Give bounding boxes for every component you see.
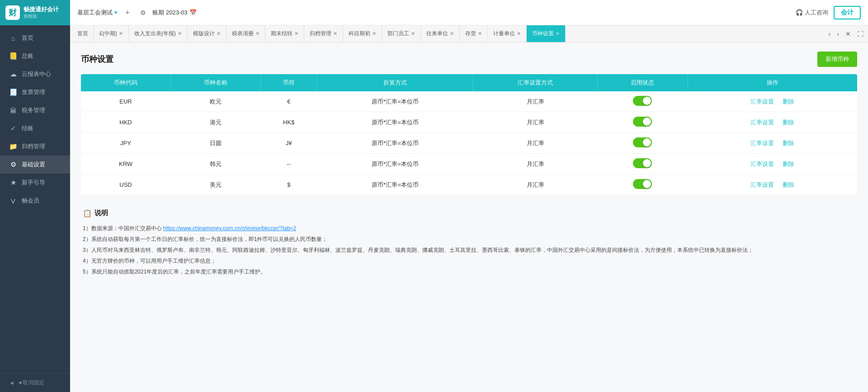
tab-close-icon[interactable]: ✕ [178,31,182,37]
currency-code: USD [81,175,170,195]
table-header-cell: 币符 [261,74,317,91]
tab-template[interactable]: 模版设计 ✕ [188,25,226,43]
tab-close-all-button[interactable]: ✕ [843,29,854,38]
sidebar-footer-label: ◄取消固定 [17,379,44,387]
delete-link[interactable]: 删除 [783,119,794,126]
note-item: 3）人民币对马来西亚林吉特、俄罗斯卢布、南非兰特、韩元、阿联酋迪拉姆、沙特里亚尔… [83,245,855,255]
tab-expand-button[interactable]: ⛶ [854,29,866,38]
tab-close-icon[interactable]: ✕ [333,31,337,37]
new-currency-button[interactable]: 新增币种 [817,52,857,67]
sidebar-item-settings[interactable]: ⚙ 基础设置 [0,156,70,174]
note-title-text: 说明 [94,209,108,217]
currency-table-wrap: 币种代码币种名称币符折算方式汇率设置方式启用状态操作 EUR 欧元 € 原币*汇… [81,74,857,195]
sidebar-footer[interactable]: ◄ ◄取消固定 [0,373,70,392]
sidebar-item-invoice[interactable]: 🧾 发票管理 [0,83,70,101]
calc-method: 原币*汇率=本位币 [317,175,473,195]
logo-sub: 旗舰版 [24,13,59,19]
rate-type: 月汇率 [473,154,598,175]
tab-units[interactable]: 往来单位 ✕ [421,25,460,43]
rate-setting-link[interactable]: 汇率设置 [750,119,774,126]
tab-tax[interactable]: 税表清册 ✕ [226,25,265,43]
sidebar-logo: 财 畅捷通好会计 旗舰版 [0,0,70,25]
tab-label: 部门员工 [387,30,409,38]
sidebar-item-label: 云报表中心 [22,70,51,78]
note-title: 📋 说明 [83,209,855,217]
rate-setting-link[interactable]: 汇率设置 [750,140,774,146]
tab-label: 计量单位 [493,30,515,38]
sidebar-item-home[interactable]: ⌂ 首页 [0,29,70,47]
period-label: 账期 [152,9,164,17]
pin-icon: ◄ [9,380,14,386]
currency-name: 美元 [170,175,261,195]
tab-prev-button[interactable]: ‹ [826,29,834,38]
note-link[interactable]: https://www.chinamoney.com.cn/chinese/bk… [163,225,296,231]
currency-symbol: J¥ [261,133,317,154]
table-header-cell: 操作 [688,74,857,91]
tab-close-icon[interactable]: ✕ [255,31,259,37]
delete-link[interactable]: 删除 [783,140,794,146]
note-section: 📋 说明 1）数据来源：中国外汇交易中心 https://www.chinamo… [81,209,857,277]
currency-table: 币种代码币种名称币符折算方式汇率设置方式启用状态操作 EUR 欧元 € 原币*汇… [81,74,857,195]
tab-close-icon[interactable]: ✕ [556,31,560,37]
sidebar-item-label: 总账 [22,52,33,60]
actions-cell: 汇率设置 删除 [688,154,857,175]
sidebar-item-reports[interactable]: ☁ 云报表中心 [0,65,70,83]
table-body: EUR 欧元 € 原币*汇率=本位币 月汇率 汇率设置 删除 HKD 港元 HK… [81,91,857,195]
tab-label: 归档管理 [310,30,331,38]
tab-close-icon[interactable]: ✕ [294,31,298,37]
tab-close-icon[interactable]: ✕ [119,31,123,37]
enabled-toggle[interactable] [633,158,652,168]
tab-subjects[interactable]: 科目期初 ✕ [343,25,382,43]
help-button[interactable]: 🎧 人工咨询 [796,9,828,17]
chevron-down-icon[interactable]: ▾ [114,9,118,16]
help-label: 人工咨询 [805,9,828,17]
rate-setting-link[interactable]: 汇率设置 [750,98,774,105]
enabled-toggle[interactable] [633,96,652,106]
rate-setting-link[interactable]: 汇率设置 [750,161,774,167]
tab-label: 往来单位 [426,30,448,38]
tab-close-icon[interactable]: ✕ [450,31,454,37]
tab-income[interactable]: 收入支出表(年报) ✕ [129,25,188,43]
delete-link[interactable]: 删除 [783,98,794,105]
enabled-toggle[interactable] [633,179,652,189]
tab-dept[interactable]: 部门员工 ✕ [382,25,421,43]
enabled-status [598,112,688,133]
tab-close-icon[interactable]: ✕ [411,31,415,37]
add-tab-icon[interactable]: ＋ [121,8,134,17]
tabbar-nav: ‹ › ✕ ⛶ [826,29,866,38]
tab-next-button[interactable]: › [834,29,842,38]
calendar-icon[interactable]: 📅 [189,9,197,16]
currency-code: HKD [81,112,170,133]
tab-close-icon[interactable]: ✕ [372,31,376,37]
delete-link[interactable]: 删除 [783,181,794,188]
sidebar-item-ledger[interactable]: 📒 总账 [0,47,70,65]
rate-setting-link[interactable]: 汇率设置 [750,181,774,188]
tab-close-icon[interactable]: ✕ [478,31,482,37]
topbar-settings-icon[interactable]: ⚙ [137,9,149,16]
tab-inventory[interactable]: 存货 ✕ [460,25,488,43]
delete-link[interactable]: 删除 [783,161,794,167]
sidebar-item-member[interactable]: V 畅会员 [0,192,70,210]
rate-type: 月汇率 [473,112,598,133]
tab-period[interactable]: £(中期) ✕ [94,25,129,43]
tab-currency[interactable]: 币种设置 ✕ [527,25,566,43]
account-button[interactable]: 会计 [834,6,861,19]
sidebar-item-closing[interactable]: ✓ 结账 [0,119,70,137]
ledger-icon: 📒 [9,52,17,60]
tab-label: 模版设计 [193,30,215,38]
page-header: 币种设置 新增币种 [81,52,857,67]
topbar-period: 账期 2023-03 📅 [152,9,197,17]
sidebar-item-archive[interactable]: 📁 归档管理 [0,137,70,156]
tab-period_end[interactable]: 期末结转 ✕ [265,25,304,43]
tab-archive[interactable]: 归档管理 ✕ [304,25,343,43]
tab-home[interactable]: 首页 [72,25,94,43]
sidebar-item-guide[interactable]: ★ 新手引导 [0,174,70,192]
tab-measure[interactable]: 计量单位 ✕ [488,25,527,43]
tab-close-icon[interactable]: ✕ [517,31,521,37]
enabled-toggle[interactable] [633,137,652,147]
tab-close-icon[interactable]: ✕ [217,31,221,37]
enabled-toggle[interactable] [633,117,652,127]
calc-method: 原币*汇率=本位币 [317,112,473,133]
sidebar-item-tax[interactable]: 🏛 税务管理 [0,101,70,119]
reports-icon: ☁ [9,70,17,78]
